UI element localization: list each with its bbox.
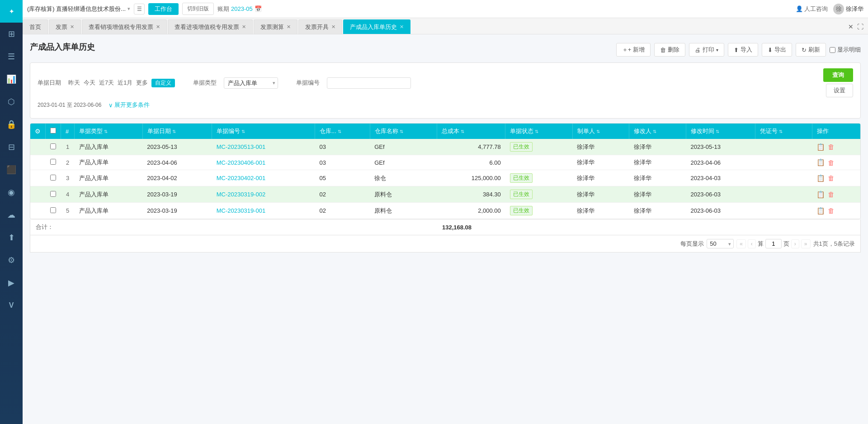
- col-total-cost[interactable]: 总成本: [437, 124, 505, 139]
- tab-close-vat-special[interactable]: ✕: [156, 24, 160, 30]
- edit-icon[interactable]: 📋: [816, 174, 825, 182]
- date-shortcut-yesterday[interactable]: 昨天: [68, 79, 80, 87]
- refresh-button[interactable]: ↻ 刷新: [796, 43, 826, 57]
- sidebar-item-doc[interactable]: ☰: [0, 45, 23, 68]
- prev-page-button[interactable]: ‹: [748, 239, 756, 248]
- row-checkbox-2[interactable]: [50, 159, 56, 165]
- sidebar-item-home[interactable]: ⊞: [0, 23, 23, 45]
- window-maximize-icon[interactable]: ⛶: [857, 23, 863, 30]
- delete-row-icon[interactable]: 🗑: [828, 191, 835, 198]
- calendar-icon[interactable]: 📅: [255, 5, 262, 12]
- sidebar-item-v[interactable]: V: [0, 294, 23, 317]
- row-checkbox-1[interactable]: [50, 143, 56, 149]
- select-all-checkbox[interactable]: [50, 128, 56, 133]
- tab-close-invoice-open[interactable]: ✕: [331, 24, 335, 30]
- date-filter-label: 单据日期: [38, 79, 61, 87]
- tab-invoice-calc[interactable]: 发票测算 ✕: [254, 19, 297, 34]
- date-shortcut-1month[interactable]: 近1月: [118, 79, 132, 87]
- row-action-cell: 📋 🗑: [812, 186, 860, 203]
- col-type[interactable]: 单据类型: [75, 124, 143, 139]
- tab-close-invoice-calc[interactable]: ✕: [287, 24, 291, 30]
- sidebar-item-active[interactable]: ⬛: [0, 158, 23, 181]
- date-shortcut-more[interactable]: 更多: [136, 79, 148, 87]
- number-input[interactable]: [327, 77, 411, 89]
- col-warehouse-name[interactable]: 仓库名称: [370, 124, 437, 139]
- new-button[interactable]: ＋ + 新增: [616, 43, 651, 57]
- delete-row-icon[interactable]: 🗑: [828, 143, 835, 151]
- user-info[interactable]: 徐 徐泽华: [833, 4, 863, 14]
- last-page-button[interactable]: »: [801, 239, 811, 248]
- sidebar-item-gear[interactable]: ⚙: [0, 249, 23, 272]
- col-code[interactable]: 单据编号: [212, 124, 315, 139]
- print-button[interactable]: 🖨 打印 ▾: [689, 43, 724, 57]
- tab-close-vat-input[interactable]: ✕: [242, 24, 246, 30]
- edit-icon[interactable]: 📋: [816, 207, 825, 215]
- date-shortcut-7days[interactable]: 近7天: [99, 79, 114, 87]
- window-close-icon[interactable]: ✕: [848, 23, 854, 30]
- support-link[interactable]: 👤 人工咨询: [796, 5, 828, 13]
- show-detail-checkbox[interactable]: [830, 47, 835, 53]
- row-checkbox-5[interactable]: [50, 207, 56, 213]
- sidebar-item-seal[interactable]: ◉: [0, 181, 23, 204]
- export-button[interactable]: ⬇ 导出: [762, 43, 792, 57]
- row-modify-time-cell: 2023-04-03: [686, 170, 755, 186]
- edit-icon[interactable]: 📋: [816, 143, 825, 151]
- row-code-link[interactable]: MC-20230319-001: [217, 207, 265, 214]
- next-page-button[interactable]: ›: [791, 239, 799, 248]
- col-warehouse-code[interactable]: 仓库...: [315, 124, 370, 139]
- row-code-link[interactable]: MC-20230513-001: [217, 143, 265, 150]
- sidebar-item-play[interactable]: ▶: [0, 272, 23, 294]
- row-code-link[interactable]: MC-20230319-002: [217, 191, 265, 198]
- total-records-info: 共1页，5条记录: [813, 240, 855, 248]
- sidebar-item-chart[interactable]: 📊: [0, 68, 23, 91]
- type-select[interactable]: 产品入库单: [224, 77, 278, 89]
- row-code-link[interactable]: MC-20230402-001: [217, 175, 265, 181]
- tab-invoice[interactable]: 发票 ✕: [49, 19, 81, 34]
- page-number-input[interactable]: [765, 239, 782, 248]
- settings-header-icon[interactable]: ⚙: [35, 128, 41, 135]
- col-modify-time[interactable]: 修改时间: [686, 124, 755, 139]
- tab-home[interactable]: 首页: [23, 19, 48, 34]
- col-creator[interactable]: 制单人: [572, 124, 629, 139]
- col-status[interactable]: 单据状态: [505, 124, 573, 139]
- delete-row-icon[interactable]: 🗑: [828, 174, 835, 182]
- tab-view-vat-special[interactable]: 查看销项增值税专用发票 ✕: [82, 19, 167, 34]
- company-name: (库存核算) 直播轻绑通信息技术股份... ▾: [27, 5, 130, 13]
- sidebar-item-hex[interactable]: ⬡: [0, 91, 23, 113]
- date-shortcut-today[interactable]: 今天: [84, 79, 95, 87]
- filter-setting-button[interactable]: 设置: [826, 84, 853, 97]
- company-dropdown-icon[interactable]: ▾: [127, 6, 130, 12]
- old-version-button[interactable]: 切到旧版: [182, 3, 214, 15]
- import-button[interactable]: ⬆ 导入: [728, 43, 758, 57]
- sidebar-item-cloud[interactable]: ☁: [0, 204, 23, 226]
- row-checkbox-4[interactable]: [50, 191, 56, 197]
- tab-close-invoice[interactable]: ✕: [70, 24, 74, 30]
- tab-view-vat-input[interactable]: 查看进项增值税专用发票 ✕: [168, 19, 253, 34]
- edit-icon[interactable]: 📋: [816, 158, 825, 167]
- tab-product-in-history[interactable]: 产成品入库单历史 ✕: [343, 19, 410, 34]
- delete-button[interactable]: 🗑 删除: [654, 43, 685, 57]
- tab-close-product-in-history[interactable]: ✕: [400, 24, 404, 30]
- tab-invoice-open[interactable]: 发票开具 ✕: [298, 19, 342, 34]
- delete-row-icon[interactable]: 🗑: [828, 159, 835, 167]
- delete-row-icon[interactable]: 🗑: [828, 207, 835, 214]
- per-page-select[interactable]: 50 100 200: [707, 239, 734, 248]
- row-modifier-cell: 徐泽华: [629, 170, 686, 186]
- row-code-link[interactable]: MC-20230406-001: [217, 159, 265, 166]
- query-button[interactable]: 查询: [823, 68, 853, 82]
- col-voucher[interactable]: 凭证号: [755, 124, 812, 139]
- date-custom-badge[interactable]: 自定义: [151, 79, 175, 87]
- sidebar-item-module[interactable]: ⊟: [0, 136, 23, 158]
- first-page-button[interactable]: «: [736, 239, 746, 248]
- document-icon[interactable]: ☰: [134, 4, 145, 14]
- show-detail-checkbox-label[interactable]: 显示明细: [830, 46, 861, 54]
- workbench-button[interactable]: 工作台: [148, 3, 179, 15]
- col-settings[interactable]: ⚙: [30, 124, 46, 139]
- sidebar-item-lock[interactable]: 🔒: [0, 113, 23, 136]
- col-date[interactable]: 单据日期: [142, 124, 212, 139]
- expand-more-btn[interactable]: ∨ 展开更多条件: [108, 101, 150, 109]
- sidebar-item-upload[interactable]: ⬆: [0, 226, 23, 249]
- edit-icon[interactable]: 📋: [816, 191, 825, 199]
- row-checkbox-3[interactable]: [50, 175, 56, 181]
- col-modifier[interactable]: 修改人: [629, 124, 686, 139]
